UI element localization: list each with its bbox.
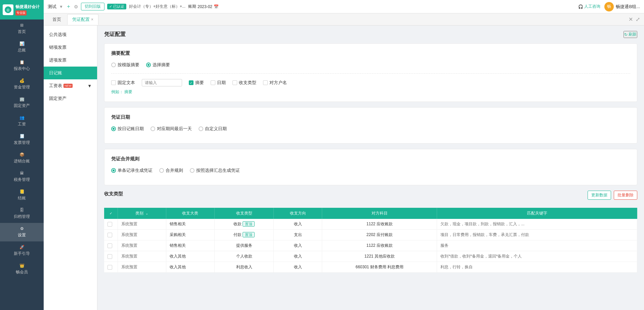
- summary-section: 摘要配置 按模版摘要 选择摘要 固定文本: [104, 43, 637, 102]
- leftnav-item-payroll-table[interactable]: 工资表 NEW ▼: [44, 79, 97, 92]
- row1-subject: 1122 应收账款: [322, 219, 437, 230]
- svg-text:会: 会: [6, 8, 10, 12]
- service-button[interactable]: 🎧 人工咨询: [578, 4, 600, 9]
- row4-category: 系统预置: [118, 251, 166, 262]
- summary-title: 摘要配置: [111, 50, 630, 56]
- select-all-checkbox[interactable]: ✓: [109, 211, 113, 216]
- settings-icon: ⚙: [20, 226, 24, 231]
- checkbox-row1[interactable]: [108, 222, 112, 227]
- payroll-icon: 👥: [19, 115, 25, 120]
- checkbox-row2[interactable]: [108, 233, 112, 237]
- sidebar-label-tax: 税务管理: [14, 177, 30, 183]
- row3-big-type: 销售相关: [166, 240, 214, 251]
- checkbox-label-summary: 摘要: [195, 80, 204, 86]
- tag-top-row1[interactable]: 置顶: [243, 221, 255, 227]
- radio-select-summary[interactable]: 选择摘要: [146, 62, 170, 68]
- sidebar-item-stock[interactable]: 📦 进销台账: [0, 149, 44, 167]
- radio-single-record[interactable]: 单条记录生成凭证: [111, 167, 153, 173]
- radio-aggregate[interactable]: 按照选择汇总生成凭证: [190, 167, 240, 173]
- checkbox-income-type[interactable]: 收支类型: [232, 80, 256, 86]
- invoice-icon: 🧾: [19, 134, 25, 139]
- leftnav-item-public[interactable]: 公共选项: [44, 28, 97, 41]
- logo-icon: 会: [3, 4, 13, 15]
- row5-checkbox[interactable]: [104, 262, 118, 273]
- switch-version-button[interactable]: 切到旧版: [81, 3, 104, 10]
- table-row: 系统预置 采购相关 付款 置顶 支出 2202 应付账款 项目，日常费用，报销款…: [104, 230, 637, 240]
- topbar-add-button[interactable]: ＋: [66, 3, 71, 10]
- row1-category: 系统预置: [118, 219, 166, 230]
- date-title: 凭证日期: [111, 114, 630, 120]
- income-title: 收支类型: [104, 191, 123, 197]
- sidebar-item-member[interactable]: 👑 畅会员: [0, 260, 44, 278]
- sidebar-item-payroll[interactable]: 👥 工资: [0, 112, 44, 130]
- col-category[interactable]: 类别 ⌄: [118, 208, 166, 219]
- checkbox-row5[interactable]: [108, 265, 112, 270]
- report-icon: 📋: [19, 60, 25, 65]
- leftnav-item-sales-invoice[interactable]: 销项发票: [44, 41, 97, 54]
- row3-subject: 1122 应收账款: [322, 240, 437, 251]
- leftnav-label-fixed-assets: 固定资产: [49, 95, 67, 102]
- certified-badge: ✓ 已认证: [107, 4, 126, 9]
- expand-icon[interactable]: ⤢: [636, 16, 640, 23]
- row1-checkbox[interactable]: [104, 219, 118, 230]
- tab-home[interactable]: 首页: [48, 14, 66, 25]
- sidebar-item-assets[interactable]: 🏢 固定资产: [0, 93, 44, 112]
- row2-checkbox[interactable]: [104, 230, 118, 240]
- sidebar-item-guide[interactable]: 🚀 新手引导: [0, 241, 44, 260]
- sidebar-item-fund[interactable]: 💰 资金管理: [0, 75, 44, 93]
- radio-circle-merge: [159, 168, 164, 173]
- calendar-icon[interactable]: 📅: [214, 4, 219, 9]
- topbar-dropdown-arrow[interactable]: ▼: [59, 4, 63, 9]
- leftnav-item-purchase-invoice[interactable]: 进项发票: [44, 54, 97, 67]
- tabbar: 首页 凭证配置 × ✕ ⤢: [44, 13, 644, 26]
- sidebar-item-tax[interactable]: 🏛 税务管理: [0, 167, 44, 186]
- leftnav-label-public: 公共选项: [49, 32, 67, 38]
- batch-delete-button[interactable]: 批量删除: [614, 191, 637, 200]
- update-data-button[interactable]: 更新数据: [588, 191, 611, 200]
- checkbox-counterpart[interactable]: 对方户名: [263, 80, 287, 86]
- col-checkbox[interactable]: ✓: [104, 208, 118, 219]
- sidebar-item-invoice[interactable]: 🧾 发票管理: [0, 130, 44, 149]
- topbar-gear-icon[interactable]: ⚙: [74, 4, 78, 9]
- radio-template-summary[interactable]: 按模版摘要: [111, 62, 139, 68]
- tab-close-icon[interactable]: ×: [91, 17, 93, 22]
- radio-label-template: 按模版摘要: [118, 62, 139, 68]
- radio-circle-single: [111, 168, 116, 173]
- radio-label-period-last: 对应期间最后一天: [157, 126, 192, 132]
- radio-period-last[interactable]: 对应期间最后一天: [151, 126, 192, 132]
- sidebar-item-home[interactable]: ⊞ 首页: [0, 20, 44, 38]
- period-value: 2023-02: [198, 4, 212, 9]
- checkbox-row3[interactable]: [108, 243, 112, 248]
- topbar-right-area: 🎧 人工咨询 畅 畅捷通B组...: [578, 2, 640, 11]
- checkbox-label-counterpart: 对方户名: [269, 80, 287, 86]
- tag-top-row2[interactable]: 置顶: [243, 232, 255, 237]
- sidebar-item-report[interactable]: 📋 报表中心: [0, 56, 44, 75]
- radio-custom-date[interactable]: 自定义日期: [199, 126, 227, 132]
- sidebar-item-archive[interactable]: 🗄 归档管理: [0, 204, 44, 223]
- summary-radio-group: 按模版摘要 选择摘要: [111, 62, 630, 68]
- radio-merge-rule[interactable]: 合并规则: [159, 167, 183, 173]
- row3-checkbox[interactable]: [104, 240, 118, 251]
- col-direction: 收支方向: [274, 208, 322, 219]
- fixed-text-input[interactable]: [142, 79, 182, 86]
- checkbox-row4[interactable]: [108, 254, 112, 259]
- refresh-button[interactable]: ↻ 刷新: [624, 31, 637, 38]
- row2-direction: 支出: [274, 230, 322, 240]
- new-badge: NEW: [63, 84, 73, 88]
- fund-icon: 💰: [19, 78, 25, 83]
- tab-voucher-config[interactable]: 凭证配置 ×: [67, 14, 98, 25]
- sidebar-item-settle[interactable]: 📒 结账: [0, 186, 44, 204]
- leftnav-item-fixed-assets[interactable]: 固定资产: [44, 92, 97, 105]
- radio-journal-date[interactable]: 按日记账日期: [111, 126, 144, 132]
- sidebar-item-settings[interactable]: ⚙ 设置: [0, 223, 44, 241]
- checkbox-summary[interactable]: ✓ 摘要: [189, 80, 204, 86]
- radio-label-merge: 合并规则: [166, 167, 183, 173]
- checkbox-date[interactable]: 日期: [211, 80, 226, 86]
- leftnav-item-journal[interactable]: 日记账: [44, 67, 97, 79]
- refresh-icon: ↻: [624, 32, 628, 37]
- checkbox-fixed-text[interactable]: 固定文本: [111, 80, 135, 86]
- logo-svg: 会: [4, 6, 12, 13]
- close-window-icon[interactable]: ✕: [629, 16, 633, 23]
- row4-checkbox[interactable]: [104, 251, 118, 262]
- sidebar-item-ledger[interactable]: 📊 总账: [0, 38, 44, 56]
